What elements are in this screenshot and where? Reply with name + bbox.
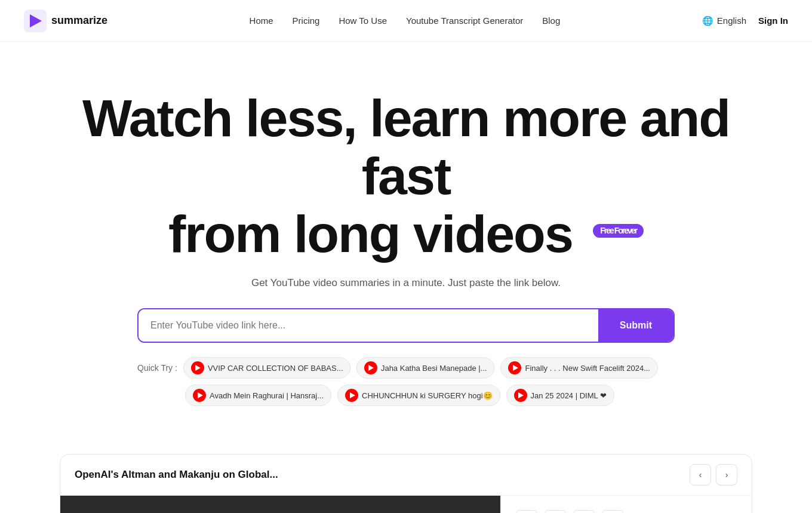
bottom-section: OpenAI's Altman and Makanju on Global...… (48, 454, 764, 513)
nav-how-to-use[interactable]: How To Use (339, 16, 387, 26)
quick-chip-4[interactable]: CHHUNCHHUN ki SURGERY hogi😊 (337, 385, 500, 406)
nav-pricing[interactable]: Pricing (293, 16, 320, 26)
language-button[interactable]: 🌐 English (702, 16, 746, 26)
logo-text: summarize (51, 14, 107, 27)
nav-links: Home Pricing How To Use Youtube Transcri… (250, 16, 561, 26)
hero-section: Watch less, learn more and fast from lon… (0, 42, 812, 430)
navbar: summarize Home Pricing How To Use Youtub… (0, 0, 812, 42)
summary-column: Takeaways OpenAI aims to restrict harmfu… (501, 496, 752, 513)
nav-blog[interactable]: Blog (542, 16, 560, 26)
youtube-icon-2 (508, 361, 521, 374)
quick-chip-2[interactable]: Finally . . . New Swift Facelift 2024... (500, 357, 658, 379)
nav-arrows: ‹ › (690, 464, 737, 486)
youtube-icon-4 (345, 389, 358, 402)
tab-icon-layers[interactable] (573, 510, 595, 513)
free-badge: Free Forever (593, 224, 644, 238)
video-thumbnail: ! Sign in to confirm you're not a bot Th… (60, 496, 500, 513)
result-header: OpenAI's Altman and Makanju on Global...… (60, 454, 752, 496)
quick-try-row2: Avadh Mein Raghurai | Hansraj... CHHUNCH… (137, 385, 675, 406)
quick-chip-5[interactable]: Jan 25 2024 | DIML ❤ (506, 385, 614, 406)
tab-icon-target[interactable] (601, 510, 624, 513)
video-column: ! Sign in to confirm you're not a bot Th… (60, 496, 501, 513)
tab-icon-grid[interactable] (515, 510, 538, 513)
globe-icon: 🌐 (702, 16, 713, 26)
logo-icon (24, 10, 47, 32)
youtube-icon-1 (364, 361, 377, 374)
quick-try-label: Quick Try : (137, 363, 177, 373)
tab-icons (515, 510, 737, 513)
logo-link[interactable]: summarize (24, 10, 107, 32)
hero-line2: fast (12, 148, 800, 205)
submit-button[interactable]: Submit (598, 309, 673, 342)
nav-transcript[interactable]: Youtube Transcript Generator (406, 16, 523, 26)
quick-chip-3[interactable]: Avadh Mein Raghurai | Hansraj... (185, 385, 331, 406)
sign-in-button[interactable]: Sign In (758, 16, 788, 26)
quick-chip-0[interactable]: VVIP CAR COLLECTION OF BABAS... (183, 357, 350, 379)
youtube-url-input[interactable] (139, 309, 598, 342)
hero-line3: from long videos Free Forever (168, 204, 644, 263)
result-title: OpenAI's Altman and Makanju on Global... (75, 469, 278, 481)
youtube-icon-3 (193, 389, 206, 402)
quick-try-section: Quick Try : VVIP CAR COLLECTION OF BABAS… (137, 357, 675, 406)
nav-right: 🌐 English Sign In (702, 16, 788, 26)
result-body: ! Sign in to confirm you're not a bot Th… (60, 496, 752, 513)
nav-home[interactable]: Home (250, 16, 273, 26)
search-bar: Submit (137, 308, 675, 343)
next-button[interactable]: › (716, 464, 737, 486)
quick-try-row1: Quick Try : VVIP CAR COLLECTION OF BABAS… (137, 357, 675, 379)
youtube-icon-0 (191, 361, 204, 374)
result-card: OpenAI's Altman and Makanju on Global...… (60, 454, 752, 513)
quick-chip-1[interactable]: Jaha Katha Besi Manepade |... (356, 357, 495, 379)
hero-subtitle: Get YouTube video summaries in a minute.… (12, 277, 800, 289)
youtube-icon-5 (514, 389, 527, 402)
lang-label: English (717, 16, 746, 26)
hero-line1: Watch less, learn more and (82, 88, 730, 148)
tab-icon-box[interactable] (544, 510, 567, 513)
hero-title: Watch less, learn more and fast from lon… (12, 90, 800, 263)
prev-button[interactable]: ‹ (690, 464, 711, 486)
